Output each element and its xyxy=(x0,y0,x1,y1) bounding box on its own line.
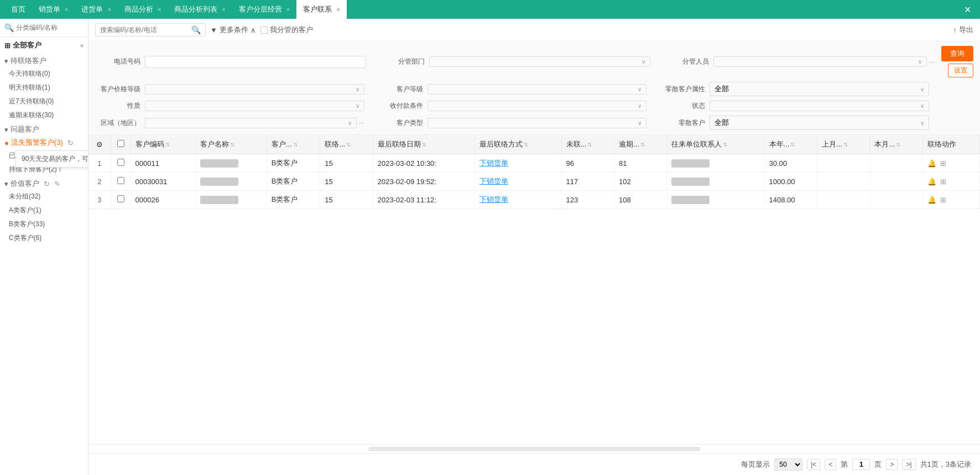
region-select[interactable]: ∨ xyxy=(145,118,357,128)
sort-icon[interactable]: ⇅ xyxy=(422,142,426,148)
sort-icon[interactable]: ⇅ xyxy=(723,142,727,148)
row-checkbox[interactable] xyxy=(117,195,124,202)
nav-tab-customer-tier[interactable]: 客户分层经营 × xyxy=(232,0,296,19)
my-customer-checkbox[interactable]: 我分管的客户 xyxy=(260,25,313,35)
export-button[interactable]: ↑ 导出 xyxy=(953,25,974,35)
row-name xyxy=(196,191,267,209)
payment-select[interactable]: ∨ xyxy=(428,101,647,111)
more-action-icon[interactable]: ⊞ xyxy=(940,159,946,168)
retail-select[interactable]: 全部 ∨ xyxy=(710,116,929,130)
th-settings[interactable]: ⚙ xyxy=(88,135,111,154)
last-page-button[interactable]: >| xyxy=(902,459,915,470)
price-level-select[interactable]: ∨ xyxy=(145,84,364,95)
setting-button[interactable]: 设置 xyxy=(948,64,973,77)
sidebar-item-7days[interactable]: 近7天待联络(0) xyxy=(0,95,88,108)
sort-icon[interactable]: ⇅ xyxy=(790,142,795,148)
table-row: 2 00030031 B类客户 15 2023-02-09 19:52: 下销货… xyxy=(88,173,980,191)
nav-tab-purchase[interactable]: 进货单 × xyxy=(75,0,117,19)
row-action[interactable]: 🔔 ⊞ xyxy=(922,154,979,173)
sort-icon[interactable]: ⇅ xyxy=(587,142,592,148)
sidebar-section-churn-warning[interactable]: ● 流失预警客户(3) ↻ xyxy=(0,135,88,149)
row-checkbox[interactable] xyxy=(117,177,124,184)
close-icon[interactable]: × xyxy=(222,6,225,13)
search-button[interactable]: 🔍 xyxy=(191,25,201,34)
customer-level-select[interactable]: ∨ xyxy=(428,84,647,95)
more-dots[interactable]: ··· xyxy=(359,119,364,127)
row-last-method[interactable]: 下销货单 xyxy=(475,173,561,191)
row-action[interactable]: 🔔 ⊞ xyxy=(922,191,979,209)
phone-input[interactable] xyxy=(145,56,366,68)
row-check[interactable] xyxy=(111,173,131,191)
horizontal-scrollbar[interactable] xyxy=(368,447,700,451)
next-page-button[interactable]: > xyxy=(886,459,898,470)
th-check[interactable] xyxy=(111,135,131,154)
sort-icon[interactable]: ⇅ xyxy=(524,142,528,148)
row-action[interactable]: 🔔 ⊞ xyxy=(922,173,979,191)
dept-select[interactable]: ∨ xyxy=(429,56,650,67)
person-select[interactable]: ∨ xyxy=(713,56,927,67)
edit-icon[interactable]: ✎ xyxy=(54,180,60,188)
nav-tab-sales[interactable]: 销货单 × xyxy=(32,0,75,19)
last-method-link[interactable]: 下销货单 xyxy=(479,177,508,185)
status-select[interactable]: ∨ xyxy=(710,101,929,111)
sidebar-item-today[interactable]: 今天待联络(0) xyxy=(0,67,88,81)
sidebar-section-value[interactable]: ▾ 价值客户 ↻ ✎ xyxy=(0,176,88,190)
close-icon[interactable]: × xyxy=(107,6,111,13)
last-method-link[interactable]: 下销货单 xyxy=(479,159,508,167)
sort-icon[interactable]: ⇅ xyxy=(346,142,351,148)
query-button[interactable]: 查询 xyxy=(941,46,973,61)
more-dots[interactable]: ··· xyxy=(929,58,935,66)
contact-icon[interactable]: 🔔 xyxy=(927,178,936,186)
last-method-link[interactable]: 下销货单 xyxy=(479,195,508,203)
search-input[interactable] xyxy=(100,26,189,34)
first-page-button[interactable]: |< xyxy=(807,459,820,470)
nav-tab-analysis[interactable]: 商品分析 × xyxy=(118,0,168,19)
sort-icon[interactable]: ⇅ xyxy=(165,142,170,148)
sidebar-all-customers[interactable]: ⊞ 全部客户 « xyxy=(0,37,88,54)
contact-icon[interactable]: 🔔 xyxy=(927,196,936,204)
th-this-month: 本月... ⇅ xyxy=(870,135,922,154)
chevron-down-icon: ∨ xyxy=(642,59,645,65)
sidebar-item-tomorrow[interactable]: 明天待联络(1) xyxy=(0,81,88,95)
nav-tab-analysis-list[interactable]: 商品分析列表 × xyxy=(168,0,232,19)
more-action-icon[interactable]: ⊞ xyxy=(940,178,946,186)
close-icon[interactable]: × xyxy=(336,6,340,13)
filter-payment: 收付款条件 ∨ xyxy=(378,101,647,111)
more-action-icon[interactable]: ⊞ xyxy=(940,196,946,204)
sidebar-item-ungroup[interactable]: 未分组(32) xyxy=(0,190,88,203)
per-page-select[interactable]: 50 100 xyxy=(774,458,802,471)
sidebar-item-c-class[interactable]: C类客户(6) xyxy=(0,231,88,245)
close-icon[interactable]: × xyxy=(158,6,161,13)
nav-tab-customer-contact[interactable]: 客户联系 × xyxy=(296,0,346,19)
sidebar-item-overdue[interactable]: 逾期未联络(30) xyxy=(0,108,88,122)
sort-icon[interactable]: ⇅ xyxy=(896,142,900,148)
contact-icon[interactable]: 🔔 xyxy=(927,159,936,168)
more-filter-button[interactable]: ▼ 更多条件 ∧ xyxy=(210,25,256,35)
sort-icon[interactable]: ⇅ xyxy=(640,142,645,148)
row-last-method[interactable]: 下销货单 xyxy=(475,154,561,173)
customer-type-select[interactable]: ∨ xyxy=(428,118,647,128)
nav-home[interactable]: 首页 xyxy=(4,0,32,19)
section-arrow: ▾ xyxy=(4,126,8,134)
sort-icon[interactable]: ⇅ xyxy=(843,142,848,148)
sidebar-item-b-class[interactable]: B类客户(33) xyxy=(0,217,88,231)
row-last-method[interactable]: 下销货单 xyxy=(475,191,561,209)
sort-icon[interactable]: ⇅ xyxy=(230,142,234,148)
close-icon[interactable]: × xyxy=(65,6,68,13)
select-all-checkbox[interactable] xyxy=(117,140,124,147)
sidebar-item-a-class[interactable]: A类客户(1) xyxy=(0,203,88,217)
nature-select[interactable]: ∨ xyxy=(145,101,364,111)
window-close-button[interactable]: ✕ xyxy=(960,4,976,15)
sidebar-search-input[interactable] xyxy=(16,24,84,32)
checkbox-icon[interactable] xyxy=(260,27,268,34)
sort-icon[interactable]: ⇅ xyxy=(293,142,298,148)
row-check[interactable] xyxy=(111,191,131,209)
prev-page-button[interactable]: < xyxy=(825,459,836,470)
page-input[interactable] xyxy=(852,459,870,470)
retail-attr-select[interactable]: 全部 ∨ xyxy=(710,82,929,96)
sidebar-section-pending[interactable]: ▾ 待联络客户 xyxy=(0,54,88,67)
close-icon[interactable]: × xyxy=(286,6,290,13)
row-checkbox[interactable] xyxy=(117,159,124,166)
row-check[interactable] xyxy=(111,154,131,173)
sidebar-section-problem[interactable]: ▾ 问题客户 xyxy=(0,122,88,135)
